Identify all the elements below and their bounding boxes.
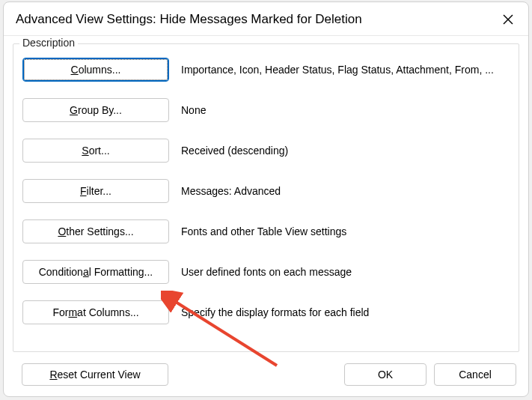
ok-button[interactable]: OK	[344, 363, 426, 386]
dialog-body: Description Columns... Importance, Icon,…	[4, 36, 528, 354]
row-sort: Sort... Received (descending)	[22, 139, 510, 163]
conditional-formatting-button[interactable]: Conditional Formatting...	[22, 260, 169, 284]
sort-button[interactable]: Sort...	[22, 139, 169, 163]
description-group: Description Columns... Importance, Icon,…	[13, 43, 519, 352]
row-other-settings: Other Settings... Fonts and other Table …	[22, 219, 510, 243]
advanced-view-settings-dialog: Advanced View Settings: Hide Messages Ma…	[3, 1, 529, 397]
row-format-columns: Format Columns... Specify the display fo…	[22, 300, 510, 324]
groupby-desc: None	[181, 104, 510, 116]
other-settings-button[interactable]: Other Settings...	[22, 219, 169, 243]
other-settings-desc: Fonts and other Table View settings	[181, 225, 510, 237]
titlebar: Advanced View Settings: Hide Messages Ma…	[4, 2, 528, 36]
format-columns-button[interactable]: Format Columns...	[22, 300, 169, 324]
filter-button[interactable]: Filter...	[22, 179, 169, 203]
columns-desc: Importance, Icon, Header Status, Flag St…	[181, 64, 510, 76]
dialog-footer: Reset Current View OK Cancel	[4, 354, 528, 396]
dialog-title: Advanced View Settings: Hide Messages Ma…	[16, 12, 498, 27]
row-conditional-formatting: Conditional Formatting... User defined f…	[22, 260, 510, 284]
groupby-button[interactable]: Group By...	[22, 98, 169, 122]
format-columns-desc: Specify the display formats for each fie…	[181, 306, 510, 318]
close-icon	[503, 14, 513, 25]
cancel-button[interactable]: Cancel	[434, 363, 516, 386]
columns-button[interactable]: Columns...	[22, 58, 169, 82]
row-filter: Filter... Messages: Advanced	[22, 179, 510, 203]
filter-desc: Messages: Advanced	[181, 185, 510, 197]
sort-desc: Received (descending)	[181, 145, 510, 157]
row-groupby: Group By... None	[22, 98, 510, 122]
group-label: Description	[19, 37, 78, 49]
close-button[interactable]	[498, 10, 518, 29]
row-columns: Columns... Importance, Icon, Header Stat…	[22, 58, 510, 82]
conditional-formatting-desc: User defined fonts on each message	[181, 266, 510, 278]
reset-current-view-button[interactable]: Reset Current View	[22, 363, 168, 386]
